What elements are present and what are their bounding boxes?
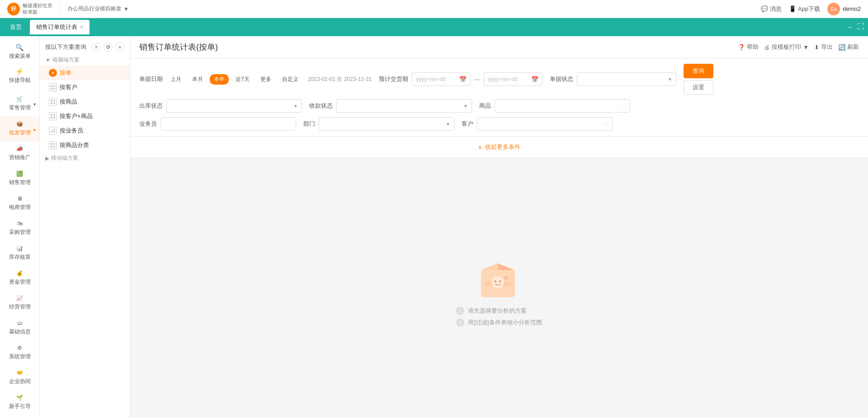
inventory-icon: 📊 — [16, 245, 23, 252]
setting-button[interactable]: 设置 — [684, 80, 713, 95]
salesperson-select[interactable]: ··· — [160, 117, 296, 131]
custom-date-btn[interactable]: 自定义 — [278, 74, 302, 85]
add-scheme-button[interactable]: + — [92, 43, 101, 52]
scheme-by-customer[interactable]: 按客户 — [40, 80, 130, 95]
last-month-btn[interactable]: 上月 — [166, 74, 185, 85]
sidebar-item-sales[interactable]: 💹 销售管理 — [0, 166, 39, 191]
sidebar-item-system[interactable]: ⚙ 系统管理 — [0, 340, 39, 365]
salesperson-label: 业务员 — [139, 120, 157, 128]
sidebar-item-operations[interactable]: 📈 经营管理 — [0, 290, 39, 315]
svg-rect-7 — [53, 102, 55, 104]
query-button[interactable]: 查询 — [684, 64, 713, 78]
status-label: 单据状态 — [550, 75, 573, 83]
sidebar-item-newbie[interactable]: 🌱 新手引导 — [0, 390, 39, 415]
department-select[interactable]: ▼ — [319, 117, 454, 131]
svg-rect-6 — [51, 102, 52, 104]
payment-select[interactable]: ▼ — [336, 99, 472, 113]
collapse-filters-button[interactable]: ∧ 收起更多条件 — [469, 139, 529, 155]
sidebar-item-enterprise[interactable]: 🤝 企业协同 — [0, 365, 39, 390]
expected-date-to-input[interactable]: yyyy-mm-dd 📅 — [484, 72, 542, 86]
sidebar-item-finance[interactable]: 💰 资金管理 — [0, 266, 39, 290]
product-filter-group: 商品 ··· — [479, 99, 630, 113]
export-button[interactable]: ⬇ 导出 — [814, 43, 833, 51]
main-content: 销售订单统计表(按单) ❓ 帮助 🖨 按模板打印 ▼ ⬇ 导出 — [130, 36, 868, 418]
payment-label: 收款状态 — [309, 102, 333, 110]
by-customer-product-icon — [49, 112, 57, 120]
refresh-button[interactable]: 🔄 刷新 — [838, 43, 859, 51]
scheme-by-order[interactable]: ● 按单 — [40, 66, 130, 80]
sidebar-item-marketing[interactable]: 📣 营销推广 — [0, 141, 39, 166]
salesperson-more-icon[interactable]: ··· — [287, 121, 292, 128]
by-product-icon — [49, 98, 57, 106]
scheme-by-customer-product[interactable]: 按客户+商品 — [40, 109, 130, 124]
page-title: 销售订单统计表(按单) — [139, 42, 218, 52]
sidebar-item-ecommerce[interactable]: 🖥 电商管理 — [0, 191, 39, 216]
tab-close-icon[interactable]: × — [80, 24, 83, 30]
tree-expand-icon[interactable]: ▼ — [45, 57, 51, 63]
empty-tip-1: 1 请先选择要分析的方案 — [456, 307, 542, 315]
scheme-by-product[interactable]: 按商品 — [40, 95, 130, 109]
help-button[interactable]: ❓ 帮助 — [738, 43, 759, 51]
by-category-icon — [49, 141, 57, 149]
left-panel: 按以下方案查询 + ⚙ « ▼ 电脑端方案 ● 按单 按客户 — [40, 36, 130, 418]
sidebar-item-inventory[interactable]: 📊 库存核算 — [0, 241, 39, 266]
logo-text: 畅捷通好生意 标准版 — [23, 3, 52, 14]
customer-select[interactable]: ··· — [477, 117, 613, 131]
expected-date-from-input[interactable]: yyyy-mm-dd 📅 — [412, 72, 471, 86]
department-label: 部门 — [303, 120, 315, 128]
retail-arrow-icon: ▾ — [33, 101, 36, 106]
svg-rect-11 — [53, 117, 55, 119]
svg-point-23 — [504, 276, 508, 280]
message-button[interactable]: 💬 消息 — [761, 5, 782, 13]
mobile-expand-icon[interactable]: ▶ — [45, 155, 49, 162]
tab-order-stats[interactable]: 销售订单统计表 × — [30, 20, 90, 34]
this-month-btn[interactable]: 本月 — [188, 74, 207, 85]
product-select[interactable]: ··· — [495, 99, 630, 113]
app-download-button[interactable]: 📱 App下载 — [789, 5, 820, 13]
status-select[interactable]: ▼ — [577, 72, 676, 86]
delivery-select[interactable]: ▼ — [166, 99, 302, 113]
last-7-days-btn[interactable]: 近7天 — [231, 74, 254, 85]
more-date-btn[interactable]: 更多 — [256, 74, 275, 85]
collapse-panel-button[interactable]: « — [115, 43, 124, 52]
user-profile[interactable]: Ea demo2 — [827, 3, 861, 15]
scheme-by-salesperson[interactable]: 按业务员 — [40, 124, 130, 138]
customer-more-icon[interactable]: ··· — [604, 121, 609, 128]
maximize-icon[interactable]: ⛶ — [857, 23, 864, 32]
system-icon: ⚙ — [17, 345, 22, 351]
svg-rect-9 — [53, 114, 55, 116]
empty-tips: 1 请先选择要分析的方案 2 用[过滤]条件来缩小分析范围 — [456, 307, 542, 327]
help-icon: ❓ — [738, 44, 745, 51]
sidebar-item-apps[interactable]: 🔲 应用中心 — [0, 415, 39, 418]
sidebar-item-wholesale[interactable]: 📦 批发管理 ▴ — [0, 116, 39, 141]
product-more-icon[interactable]: ··· — [621, 103, 626, 109]
template-print-button[interactable]: 🖨 按模板打印 ▼ — [764, 43, 809, 51]
newbie-icon: 🌱 — [16, 394, 23, 401]
wholesale-arrow-icon: ▴ — [33, 126, 36, 131]
filter-area: 单据日期 上月 本月 本年 近7天 更多 自定义 2023-01-01 至 20… — [130, 58, 868, 137]
sidebar-search[interactable]: 🔍 搜索菜单 — [0, 40, 39, 64]
sidebar-item-retail[interactable]: 🛒 零售管理 ▾ — [0, 91, 39, 116]
status-dropdown-arrow-icon: ▼ — [668, 77, 672, 82]
this-year-btn[interactable]: 本年 — [210, 74, 229, 85]
print-dropdown-arrow-icon: ▼ — [803, 44, 809, 51]
scheme-by-category[interactable]: 按商品分类 — [40, 138, 130, 152]
tab-bar: 首页 销售订单统计表 × － ⛶ — [0, 18, 868, 36]
date-divider: — — [474, 76, 480, 83]
sidebar-item-basic[interactable]: 🗂 基础信息 — [0, 315, 39, 340]
minimize-icon[interactable]: － — [846, 23, 854, 32]
marketing-icon: 📣 — [16, 146, 23, 152]
sidebar-quick-nav[interactable]: ⚡ 快捷导航 — [0, 64, 39, 88]
tab-bar-actions: － ⛶ — [846, 23, 864, 32]
delivery-label: 出库状态 — [139, 102, 163, 110]
sidebar-item-purchase[interactable]: 🛍 采购管理 — [0, 216, 39, 241]
scheme-settings-button[interactable]: ⚙ — [104, 43, 113, 52]
svg-rect-17 — [51, 146, 52, 147]
tab-home[interactable]: 首页 — [4, 20, 28, 34]
avatar: Ea — [827, 3, 840, 15]
operations-icon: 📈 — [16, 295, 23, 301]
ecommerce-icon: 🖥 — [17, 195, 23, 202]
breadcrumb-dropdown[interactable]: 办公用品行业模拟账套 ▼ — [67, 5, 129, 13]
top-bar: 好 畅捷通好生意 标准版 办公用品行业模拟账套 ▼ 💬 消息 📱 App下载 E… — [0, 0, 868, 18]
svg-point-25 — [491, 276, 504, 289]
